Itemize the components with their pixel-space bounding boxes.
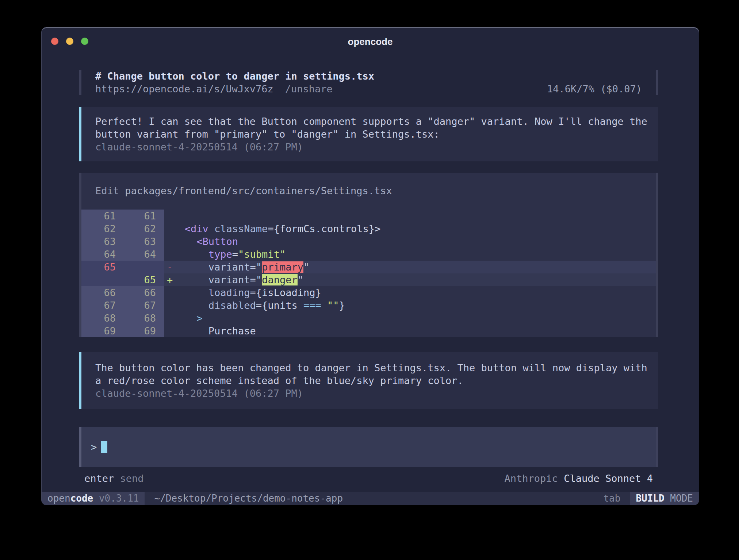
edited-file-path: packages/frontend/src/containers/Setting… [125, 185, 392, 196]
diff-gutter: 6363 [81, 235, 164, 248]
traffic-lights [51, 38, 88, 45]
tool-name: Edit [95, 185, 119, 196]
diff-row: 6464 type="submit" [81, 248, 656, 261]
diff-gutter: 6868 [81, 312, 164, 325]
app-name-open: open [47, 493, 70, 504]
message-model-timestamp: claude-sonnet-4-20250514 (06:27 PM) [95, 387, 644, 400]
send-action-label: send [120, 473, 144, 484]
message-text: Perfect! I can see that the Button compo… [95, 115, 644, 128]
diff-row: 65+ variant="danger" [81, 273, 656, 286]
session-header: # Change button color to danger in setti… [79, 70, 658, 95]
diff-gutter: 65 [81, 273, 164, 286]
diff-code-line: + variant="danger" [164, 273, 303, 286]
mode-suffix: MODE [665, 493, 693, 504]
opencode-window: opencode # Change button color to danger… [41, 27, 699, 505]
session-title: # Change button color to danger in setti… [95, 70, 642, 83]
diff-code-line: type="submit" [164, 248, 286, 261]
diff-code-line: Purchase [164, 325, 256, 337]
diff-row: 6161 [81, 210, 656, 222]
session-content: # Change button color to danger in setti… [79, 70, 658, 485]
diff-gutter: 6666 [81, 286, 164, 299]
assistant-message: The button color has been changed to dan… [79, 352, 658, 409]
diff-gutter: 6767 [81, 299, 164, 312]
status-bar: opencode v0.3.11 ~/Desktop/Projects/demo… [42, 492, 699, 505]
window-title: opencode [42, 27, 699, 47]
close-button[interactable] [51, 38, 58, 45]
hint-bar: enter send Anthropic Claude Sonnet 4 [79, 472, 658, 485]
enter-key-hint: enter [84, 473, 114, 484]
zoom-button[interactable] [81, 38, 88, 45]
prompt-input[interactable]: > [79, 427, 658, 467]
assistant-message: Perfect! I can see that the Button compo… [79, 107, 658, 161]
titlebar: opencode [42, 27, 699, 55]
diff-row: 65- variant="primary" [81, 261, 656, 273]
app-version: v0.3.11 [99, 493, 139, 504]
share-url[interactable]: https://opencode.ai/s/UwJxv76z [95, 83, 273, 95]
diff-gutter: 6262 [81, 222, 164, 235]
edit-tool-header: Edit packages/frontend/src/containers/Se… [81, 184, 656, 197]
app-name-code: code [70, 493, 93, 504]
diff-row: 6262 <div className={formCs.controls}> [81, 222, 656, 235]
diff-row: 6363 <Button [81, 235, 656, 248]
unshare-command: /unshare [285, 83, 333, 95]
diff-row: 6666 loading={isLoading} [81, 286, 656, 299]
mode-name: BUILD [636, 493, 664, 504]
diff-gutter: 65 [81, 261, 164, 273]
diff-table: 61616262 <div className={formCs.controls… [81, 210, 656, 337]
diff-code-line: disabled={units === ""} [164, 299, 345, 312]
diff-code-line: loading={isLoading} [164, 286, 321, 299]
provider-label: Anthropic [505, 473, 558, 484]
diff-code-line: > [164, 312, 203, 325]
minimize-button[interactable] [66, 38, 73, 45]
prompt-symbol: > [91, 441, 97, 453]
diff-row: 6969 Purchase [81, 325, 656, 337]
app-version-chip: opencode v0.3.11 [42, 492, 145, 505]
diff-code-line: <div className={formCs.controls}> [164, 222, 380, 235]
working-directory: ~/Desktop/Projects/demo-notes-app [154, 492, 343, 505]
text-cursor [101, 441, 107, 453]
edit-tool-block: Edit packages/frontend/src/containers/Se… [79, 173, 658, 337]
message-model-timestamp: claude-sonnet-4-20250514 (06:27 PM) [95, 141, 644, 153]
diff-row: 6868 > [81, 312, 656, 325]
message-text: button variant from "primary" to "danger… [95, 128, 644, 141]
diff-code-line [164, 210, 167, 222]
token-cost-stats: 14.6K/7% ($0.07) [547, 83, 642, 95]
diff-gutter: 6161 [81, 210, 164, 222]
mode-chip: BUILD MODE [630, 492, 699, 505]
diff-code-line: - variant="primary" [164, 261, 309, 273]
diff-row: 6767 disabled={units === ""} [81, 299, 656, 312]
tab-key-hint[interactable]: tab [603, 492, 620, 505]
model-label: Claude Sonnet 4 [564, 473, 653, 484]
diff-code-line: <Button [164, 235, 238, 248]
message-text: The button color has been changed to dan… [95, 361, 644, 374]
message-text: a red/rose color scheme instead of the b… [95, 374, 644, 387]
diff-gutter: 6464 [81, 248, 164, 261]
diff-gutter: 6969 [81, 325, 164, 337]
